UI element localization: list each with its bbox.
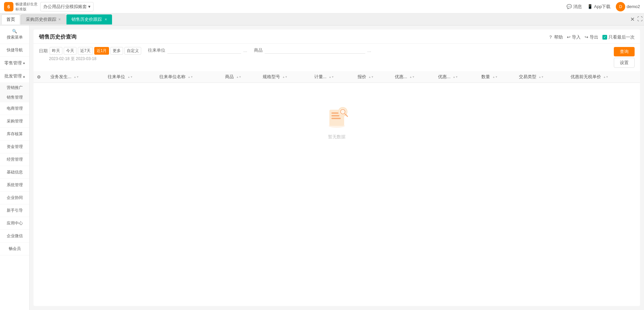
import-btn[interactable]: ↩ 导入 [567,34,581,40]
date-label: 日期 [39,48,48,54]
date-btn-custom[interactable]: 自定义 [124,47,141,55]
close-tab-purchase[interactable]: × [58,17,61,22]
empty-text: 暂无数据 [328,134,345,140]
sidebar-item-sales-mgmt[interactable]: 销售管理 [0,93,29,102]
date-btn-yesterday[interactable]: 昨天 [50,47,62,55]
filter-bar: 日期 昨天 今天 近7天 近1月 更多 自定义 2023-02-18 至 202… [34,44,640,68]
col-counterpart[interactable]: 往来单位 ▲▼ [104,71,156,83]
sidebar-item-system-mgmt[interactable]: 系统管理 [0,179,29,192]
sidebar-item-retail-mgmt[interactable]: 零售管理 ▾ [0,57,29,70]
import-icon: ↩ [567,35,571,40]
user-info[interactable]: D demo2 [616,2,640,11]
sort-icon: ▲▼ [603,75,608,79]
sidebar-item-new-guide[interactable]: 新手引导 [0,204,29,217]
maximize-btn[interactable]: ⛶ [637,16,643,22]
checkbox-icon: ✓ [602,35,607,40]
sidebar-item-vip-member[interactable]: 畅会员 [0,243,29,255]
main-layout: 🔍 搜索菜单 快捷导航 零售管理 ▾ 批发管理 ▴ 营销推广 销售管理 电商管理… [0,25,644,310]
search-icon: 🔍 [12,29,17,34]
col-quantity[interactable]: 数量 ▲▼ [478,71,515,83]
sidebar-item-app-center[interactable]: 应用中心 [0,217,29,230]
col-counterpart-name[interactable]: 往来单位名称 ▲▼ [156,71,222,83]
export-btn[interactable]: ↪ 导出 [585,34,598,40]
svg-rect-4 [331,118,341,119]
page-header-actions: ？ 帮助 ↩ 导入 ↪ 导出 ✓ 只看最后一次 [548,34,635,40]
header-right: 💬 消息 📱 App下载 D demo2 [567,2,640,11]
sort-icon: ▲▼ [410,75,415,79]
col-unit[interactable]: 计量... ▲▼ [311,71,354,83]
download-icon: 📱 [587,4,593,9]
sidebar-item-basic-info[interactable]: 基础信息 [0,166,29,179]
close-window-btn[interactable]: ✕ [630,16,635,22]
action-buttons: 查询 设置 [614,47,635,68]
goods-input[interactable] [265,47,365,54]
settings-icon[interactable]: ⚙ [37,74,41,80]
table-area: ⚙ 业务发生... ▲▼ 往来单位 ▲▼ 往来单位名称 [34,71,640,306]
help-icon: ？ [548,34,553,40]
chevron-down-icon: ▾ [88,4,91,9]
svg-rect-3 [331,115,339,116]
sort-icon: ▲▼ [73,75,79,79]
col-trade-type[interactable]: 交易类型 ▲▼ [516,71,567,83]
query-button[interactable]: 查询 [614,47,635,56]
counterpart-input[interactable] [167,47,241,54]
sidebar-item-wholesale-mgmt[interactable]: 批发管理 ▴ [0,70,29,83]
sidebar-item-ecommerce[interactable]: 电商管理 [0,102,29,115]
logo-icon: 6 [4,2,13,11]
sidebar-item-marketing[interactable]: 营销推广 [0,83,29,93]
sidebar-item-search-menu[interactable]: 🔍 搜索菜单 [0,25,29,44]
message-btn[interactable]: 💬 消息 [567,4,582,10]
sort-icon: ▲▼ [282,75,287,79]
sidebar-item-purchase-mgmt[interactable]: 采购管理 [0,115,29,128]
settings-button[interactable]: 设置 [614,58,635,68]
tab-purchase-history[interactable]: 采购历史价跟踪 × [21,14,66,24]
date-btn-7days[interactable]: 近7天 [78,47,93,55]
sidebar-item-quick-nav[interactable]: 快捷导航 [0,44,29,57]
message-icon: 💬 [567,4,572,9]
sort-icon: ▲▼ [188,75,193,79]
col-pretax-price[interactable]: 优惠前无税单价 ▲▼ [567,71,640,83]
tab-bar-actions: ✕ ⛶ [630,16,643,22]
counterpart-label: 往来单位 [148,47,165,53]
sort-icon: ▲▼ [368,75,374,79]
date-btn-today[interactable]: 今天 [64,47,76,55]
page-header: 销售历史价查询 ？ 帮助 ↩ 导入 ↪ 导出 ✓ [34,30,640,44]
help-btn[interactable]: ？ 帮助 [548,34,563,40]
sidebar-item-finance[interactable]: 资金管理 [0,141,29,153]
export-icon: ↪ [585,35,588,40]
date-range-text: 2023-02-18 至 2023-03-18 [49,56,96,62]
col-settings[interactable]: ⚙ [34,71,47,83]
sidebar-item-enterprise-wechat[interactable]: 企业微信 [0,230,29,243]
tab-home[interactable]: 首页 [1,14,20,24]
data-table: ⚙ 业务发生... ▲▼ 往来单位 ▲▼ 往来单位名称 [34,71,640,83]
sidebar: 🔍 搜索菜单 快捷导航 零售管理 ▾ 批发管理 ▴ 营销推广 销售管理 电商管理… [0,25,30,310]
col-biz-date[interactable]: 业务发生... ▲▼ [47,71,104,83]
col-discount1[interactable]: 优惠... ▲▼ [391,71,435,83]
page-title: 销售历史价查询 [39,34,76,41]
page-card: 销售历史价查询 ？ 帮助 ↩ 导入 ↪ 导出 ✓ [34,30,640,306]
app-selector[interactable]: 办公用品行业模拟账套 ▾ [40,2,94,11]
avatar: D [616,2,625,11]
sort-icon: ▲▼ [329,75,334,79]
goods-dots: ... [367,48,371,53]
empty-state: 暂无数据 [34,83,640,160]
col-goods[interactable]: 商品 ▲▼ [222,71,259,83]
sidebar-item-inventory[interactable]: 库存核算 [0,128,29,141]
sort-icon: ▲▼ [236,75,241,79]
sidebar-item-operations[interactable]: 经营管理 [0,153,29,166]
header-left: 6 畅捷通好生意 标准版 办公用品行业模拟账套 ▾ [4,2,94,11]
app-download-btn[interactable]: 📱 App下载 [587,4,610,10]
only-last-checkbox-label[interactable]: ✓ 只看最后一次 [602,34,635,40]
sidebar-item-enterprise-coop[interactable]: 企业协同 [0,192,29,204]
counterpart-dots: ... [243,48,247,53]
date-btn-1month[interactable]: 近1月 [94,47,109,55]
close-tab-sales[interactable]: × [105,17,107,22]
chevron-down-icon: ▾ [23,61,25,65]
col-spec[interactable]: 规格型号 ▲▼ [259,71,311,83]
col-discount2[interactable]: 优惠... ▲▼ [435,71,478,83]
tab-sales-history[interactable]: 销售历史价跟踪 × [66,14,112,24]
goods-filter-group: 商品 ... [254,47,371,54]
col-quote[interactable]: 报价 ▲▼ [354,71,391,83]
date-btn-more[interactable]: 更多 [110,47,123,55]
date-buttons: 昨天 今天 近7天 近1月 更多 自定义 [50,47,141,55]
